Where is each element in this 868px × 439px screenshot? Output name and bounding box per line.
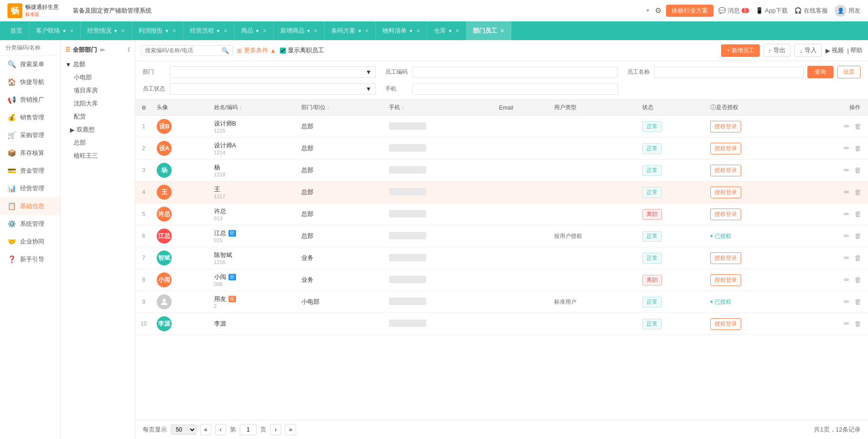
sidebar-item-basic[interactable]: 📋 基础信息 xyxy=(0,197,60,215)
nav-tab-goods[interactable]: 商品 ▼ ✕ xyxy=(235,21,274,40)
page-input[interactable] xyxy=(240,424,257,435)
user-action[interactable]: 👤 用友 xyxy=(834,5,861,17)
edit-button[interactable]: ✏ xyxy=(844,232,850,240)
nav-tab-biz-close[interactable]: ✕ xyxy=(121,28,125,34)
auth-login-button[interactable]: 授权登录 xyxy=(710,252,741,264)
search-input[interactable] xyxy=(145,47,220,54)
dept-item-shenyang[interactable]: 沈阳大库 xyxy=(61,97,135,110)
sidebar-item-quicknav[interactable]: 🏠 快捷导航 xyxy=(0,73,60,91)
show-resigned-label[interactable]: 显示离职员工 xyxy=(280,46,324,55)
nav-tab-customer[interactable]: 客户联络 ▼ ✕ xyxy=(29,21,81,40)
import-button[interactable]: ↓ 导入 xyxy=(794,44,822,57)
auth-login-button[interactable]: 授权登录 xyxy=(710,318,741,330)
dept-item-shuanglu[interactable]: ▶ 双鹿想 xyxy=(61,123,135,136)
empcode-filter-input[interactable] xyxy=(412,67,618,78)
gear-icon[interactable]: ⚙ xyxy=(655,6,661,15)
delete-button[interactable]: 🗑 xyxy=(854,276,861,284)
nav-tab-warehouse[interactable]: 仓库 ▼ ✕ xyxy=(427,21,466,40)
nav-tab-goods-close[interactable]: ✕ xyxy=(263,28,267,34)
delete-button[interactable]: 🗑 xyxy=(854,298,861,306)
dept-item-xiangmu[interactable]: 项目库房 xyxy=(61,84,135,97)
delete-button[interactable]: 🗑 xyxy=(854,166,861,174)
col-phone[interactable]: 手机 ↕ xyxy=(384,100,494,116)
nav-tab-barcode[interactable]: 条码方案 ▼ ✕ xyxy=(325,21,376,40)
delete-button[interactable]: 🗑 xyxy=(854,210,861,218)
auth-login-button[interactable]: 授权登录 xyxy=(710,209,741,220)
export-button[interactable]: ↑ 导出 xyxy=(764,44,791,57)
nav-tab-material-close[interactable]: ✕ xyxy=(416,28,420,34)
auth-login-button[interactable]: 授权登录 xyxy=(710,187,741,198)
message-action[interactable]: 💬 消息 5 xyxy=(718,7,749,15)
sidebar-item-search[interactable]: 🔍 搜索菜单 xyxy=(0,56,60,73)
more-filter-button[interactable]: ⊞ 更多条件 ▲ xyxy=(237,46,276,55)
nav-tab-home[interactable]: 首页 xyxy=(4,21,29,40)
col-settings[interactable]: ⚙ xyxy=(135,100,152,116)
dept-collapse-icon[interactable]: 《 xyxy=(125,46,130,54)
sidebar-search-input[interactable] xyxy=(6,44,61,51)
dept-item-xiaodian[interactable]: 小电部 xyxy=(61,71,135,84)
edit-button[interactable]: ✏ xyxy=(844,276,850,284)
delete-button[interactable]: 🗑 xyxy=(854,144,861,152)
edit-button[interactable]: ✏ xyxy=(844,144,850,152)
delete-button[interactable]: 🗑 xyxy=(854,320,861,328)
nav-tab-barcode-close[interactable]: ✕ xyxy=(365,28,369,34)
delete-button[interactable]: 🗑 xyxy=(854,188,861,196)
next-page-button[interactable]: › xyxy=(270,424,281,435)
last-page-button[interactable]: » xyxy=(285,424,296,435)
edit-button[interactable]: ✏ xyxy=(844,122,850,130)
nav-tab-history-close[interactable]: ✕ xyxy=(223,28,228,34)
nav-tab-warehouse-close[interactable]: ✕ xyxy=(455,28,459,34)
edit-button[interactable]: ✏ xyxy=(844,254,850,262)
dept-group-zongbu[interactable]: ▼ 总部 xyxy=(61,58,135,71)
auth-login-button[interactable]: 授权登录 xyxy=(710,165,741,176)
auth-login-button[interactable]: 授权登录 xyxy=(710,143,741,154)
edit-button[interactable]: ✏ xyxy=(844,320,850,328)
try-button[interactable]: 体验行业方案 xyxy=(666,5,714,17)
phone-filter-input[interactable] xyxy=(412,84,618,95)
sidebar-item-cooperation[interactable]: 🤝 企业协同 xyxy=(0,233,60,251)
sidebar-item-sales[interactable]: 💰 销售管理 xyxy=(0,109,60,126)
search-icon[interactable]: 🔍 xyxy=(222,47,229,54)
edit-button[interactable]: ✏ xyxy=(844,166,850,174)
sidebar-item-capital[interactable]: 💳 资金管理 xyxy=(0,162,60,180)
prev-page-button[interactable]: ‹ xyxy=(215,424,226,435)
nav-tab-biz[interactable]: 经营情况 ▼ ✕ xyxy=(81,21,132,40)
first-page-button[interactable]: « xyxy=(200,424,211,435)
system-dropdown-arrow[interactable]: ▼ xyxy=(646,8,650,13)
delete-button[interactable]: 🗑 xyxy=(854,122,861,130)
online-service-action[interactable]: 🎧 在线客服 xyxy=(794,7,828,15)
edit-button[interactable]: ✏ xyxy=(844,210,850,218)
edit-button[interactable]: ✏ xyxy=(844,298,850,306)
dept-item-zhuwangsan[interactable]: 植旺王三 xyxy=(61,149,135,162)
sidebar-item-operation[interactable]: 📊 经营管理 xyxy=(0,180,60,197)
auth-login-button[interactable]: 授权登录 xyxy=(710,121,741,132)
more-help-button[interactable]: | 帮助 xyxy=(847,46,862,55)
nav-tab-customer-close[interactable]: ✕ xyxy=(69,28,74,34)
dept-item-zongbu2[interactable]: 总部 xyxy=(61,136,135,149)
page-size-select[interactable]: 50 100 xyxy=(171,425,196,435)
delete-button[interactable]: 🗑 xyxy=(854,232,861,240)
show-resigned-checkbox[interactable] xyxy=(280,48,286,54)
nav-tab-newgoods[interactable]: 新增商品 ▼ ✕ xyxy=(274,21,325,40)
empname-filter-input[interactable] xyxy=(654,67,804,78)
auth-login-button[interactable]: 授权登录 xyxy=(710,274,741,286)
sidebar-item-inventory[interactable]: 📦 库存核算 xyxy=(0,144,60,162)
nav-tab-dept-staff-close[interactable]: ✕ xyxy=(500,28,504,34)
col-name-code[interactable]: 姓名/编码 ↕ xyxy=(209,100,297,116)
empstatus-filter-select[interactable]: ▼ xyxy=(170,83,376,95)
nav-tab-profit[interactable]: 利润报告 ▼ ✕ xyxy=(132,21,183,40)
nav-tab-material[interactable]: 物料清单 ▼ ✕ xyxy=(376,21,427,40)
app-download-action[interactable]: 📱 App下载 xyxy=(756,7,788,15)
query-button[interactable]: 查询 xyxy=(807,66,833,78)
nav-tab-newgoods-close[interactable]: ✕ xyxy=(313,28,318,34)
nav-tab-dept-staff[interactable]: 部门员工 ✕ xyxy=(466,21,511,40)
sidebar-item-marketing[interactable]: 📢 营销推广 xyxy=(0,91,60,109)
delete-button[interactable]: 🗑 xyxy=(854,254,861,262)
dept-filter-select[interactable]: ▼ xyxy=(170,66,376,78)
col-dept-position[interactable]: 部门/职位 ↕ xyxy=(297,100,384,116)
add-employee-button[interactable]: + 新增员工 xyxy=(721,44,759,57)
sidebar-item-purchase[interactable]: 🛒 采购管理 xyxy=(0,126,60,144)
sidebar-item-system[interactable]: ⚙️ 系统管理 xyxy=(0,215,60,233)
view-button[interactable]: ▶ 视频 xyxy=(826,46,844,55)
edit-button[interactable]: ✏ xyxy=(844,188,850,196)
